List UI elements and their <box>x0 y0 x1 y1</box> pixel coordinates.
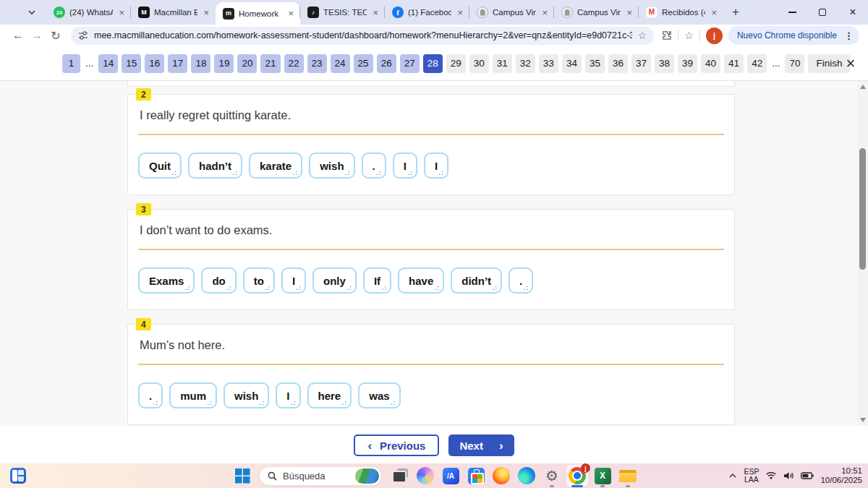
page-button-26[interactable]: 26 <box>377 54 396 73</box>
forward-button[interactable]: → <box>27 26 46 45</box>
language-indicator[interactable]: ESP LAA <box>744 468 759 484</box>
word-tile[interactable]: wish.: <box>309 153 354 179</box>
browser-tab-1[interactable]: MMacmillan Educa× <box>131 2 216 22</box>
back-button[interactable]: ← <box>9 26 27 45</box>
taskbar-settings[interactable] <box>541 465 563 487</box>
previous-button[interactable]: ‹ Previous <box>354 435 439 456</box>
page-button-27[interactable]: 27 <box>400 54 420 73</box>
taskbar-copilot[interactable] <box>414 465 436 487</box>
page-button-34[interactable]: 34 <box>562 54 582 73</box>
volume-icon[interactable] <box>783 471 794 480</box>
word-tile[interactable]: I.: <box>393 153 417 179</box>
page-button-41[interactable]: 41 <box>724 54 744 73</box>
bookmark-star-icon[interactable]: ☆ <box>638 30 647 41</box>
page-button-24[interactable]: 24 <box>331 54 350 73</box>
wifi-icon[interactable] <box>765 471 777 480</box>
word-tile[interactable]: do.: <box>201 267 236 294</box>
word-tile[interactable]: karate.: <box>249 153 302 179</box>
new-tab-button[interactable]: + <box>726 3 745 22</box>
taskbar-chrome[interactable]: j <box>566 465 588 487</box>
word-tile[interactable]: If.: <box>363 267 391 294</box>
tab-close-icon[interactable]: × <box>286 9 295 18</box>
url-text[interactable]: mee.macmillaneducation.com/homework-asse… <box>94 30 632 40</box>
word-tile[interactable]: I.: <box>281 267 306 294</box>
tab-close-icon[interactable]: × <box>371 8 380 17</box>
taskbar-edge[interactable] <box>516 465 537 487</box>
page-button-1[interactable]: 1 <box>62 54 80 73</box>
page-button-22[interactable]: 22 <box>284 54 304 73</box>
browser-tab-7[interactable]: MRecibidos (4.097× <box>639 2 723 22</box>
page-button-23[interactable]: 23 <box>307 54 327 73</box>
taskbar-explorer[interactable] <box>617 465 639 487</box>
taskbar-task-view[interactable] <box>389 465 411 487</box>
tab-close-icon[interactable]: × <box>540 8 549 17</box>
scrollbar[interactable] <box>857 81 868 426</box>
page-button-30[interactable]: 30 <box>469 54 489 73</box>
page-button-21[interactable]: 21 <box>260 54 280 73</box>
scroll-up-icon[interactable] <box>860 85 866 89</box>
restore-button[interactable] <box>807 0 838 25</box>
next-button[interactable]: Next › <box>448 435 514 456</box>
tray-chevron-up-icon[interactable] <box>728 473 737 479</box>
word-tile[interactable]: Exams.: <box>138 267 195 294</box>
clock[interactable]: 10:51 10/06/2025 <box>820 466 862 486</box>
page-button-25[interactable]: 25 <box>354 54 373 73</box>
page-button-15[interactable]: 15 <box>122 54 141 73</box>
battery-icon[interactable] <box>801 472 814 479</box>
chrome-update-button[interactable]: Nuevo Chrome disponible ⋮ <box>728 26 859 45</box>
word-tile[interactable]: wish.: <box>224 382 269 408</box>
page-button-42[interactable]: 42 <box>747 54 767 73</box>
page-button-18[interactable]: 18 <box>191 54 210 73</box>
tab-close-icon[interactable]: × <box>710 8 718 17</box>
word-tile[interactable]: hadn’t.: <box>188 153 242 179</box>
taskbar-app-a[interactable] <box>440 465 461 487</box>
taskbar-firefox[interactable] <box>490 465 512 487</box>
tab-close-icon[interactable]: × <box>202 8 210 17</box>
address-bar[interactable]: mee.macmillaneducation.com/homework-asse… <box>71 27 654 45</box>
taskbar-widgets[interactable] <box>10 468 26 484</box>
page-button-70[interactable]: 70 <box>785 54 804 73</box>
page-button-35[interactable]: 35 <box>585 54 605 73</box>
browser-tab-3[interactable]: ♪TESIS: TEORIA Y× <box>300 2 385 22</box>
search-daily-image[interactable] <box>355 468 379 484</box>
close-window-button[interactable]: × <box>838 0 868 25</box>
page-button-28[interactable]: 28 <box>423 54 443 73</box>
browser-tab-0[interactable]: 24(24) WhatsApp B× <box>46 2 131 22</box>
word-tile[interactable]: mum.: <box>169 382 217 408</box>
reload-button[interactable]: ↻ <box>46 26 65 45</box>
tab-close-icon[interactable]: × <box>117 8 126 17</box>
page-button-37[interactable]: 37 <box>631 54 651 73</box>
page-button-20[interactable]: 20 <box>237 54 257 73</box>
word-tile[interactable]: to.: <box>243 267 275 294</box>
page-button-29[interactable]: 29 <box>446 54 466 73</box>
taskbar-store[interactable] <box>465 465 487 487</box>
menu-kebab-icon[interactable]: ⋮ <box>843 30 855 41</box>
taskbar-start[interactable] <box>233 465 252 487</box>
page-button-32[interactable]: 32 <box>516 54 535 73</box>
word-tile[interactable]: only.: <box>312 267 357 294</box>
word-tile[interactable]: ..: <box>509 267 533 294</box>
page-button-40[interactable]: 40 <box>701 54 720 73</box>
page-button-33[interactable]: 33 <box>539 54 558 73</box>
word-tile[interactable]: have.: <box>398 267 444 294</box>
word-tile[interactable]: didn’t.: <box>451 267 502 294</box>
browser-tab-4[interactable]: f(1) Facebook× <box>385 2 469 22</box>
page-button-14[interactable]: 14 <box>98 54 118 73</box>
browser-tab-6[interactable]: Campus Virtual× <box>554 2 639 22</box>
word-tile[interactable]: ..: <box>138 382 163 408</box>
browser-tab-2[interactable]: mHomework× <box>216 2 300 25</box>
word-tile[interactable]: I.: <box>424 153 448 179</box>
page-button-38[interactable]: 38 <box>655 54 674 73</box>
scroll-down-icon[interactable] <box>860 418 866 422</box>
page-button-17[interactable]: 17 <box>168 54 187 73</box>
close-homework-button[interactable]: × <box>842 55 859 72</box>
page-button-31[interactable]: 31 <box>493 54 512 73</box>
page-button-39[interactable]: 39 <box>678 54 697 73</box>
word-tile[interactable]: ..: <box>362 153 386 179</box>
word-tile[interactable]: here.: <box>307 382 352 408</box>
profile-avatar[interactable]: j <box>706 27 723 44</box>
page-button-16[interactable]: 16 <box>145 54 164 73</box>
word-tile[interactable]: I.: <box>276 382 300 408</box>
page-button-19[interactable]: 19 <box>214 54 234 73</box>
taskbar-search[interactable]: Búsqueda <box>259 466 382 486</box>
